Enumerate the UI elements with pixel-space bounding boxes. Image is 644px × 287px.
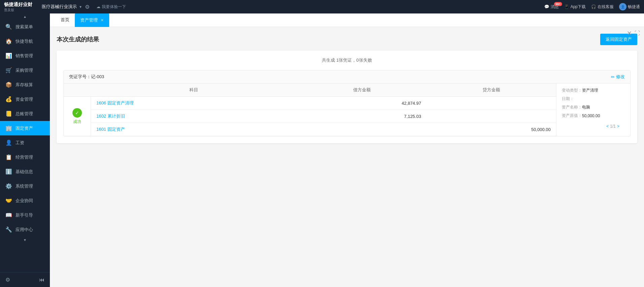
table-row: ✓ 成功 1606 固定资产清理 42,874.97: [64, 97, 556, 110]
sidebar: ▲ 🔍 搜索菜单 🏠 快捷导航 📊 销售管理 🛒 采购管理 📦 库存核算 💰 资…: [0, 13, 50, 287]
logo-sub: 普及版: [4, 8, 32, 12]
page-info: 1/1: [610, 124, 616, 129]
voucher-edit-button[interactable]: ✏ 修改: [611, 74, 625, 80]
sidebar-item-payroll[interactable]: 👤 工资: [0, 135, 50, 150]
pagination: < 1/1 >: [562, 121, 625, 131]
message-button[interactable]: 💬 消息 99+: [544, 4, 559, 10]
tab-asset-management[interactable]: 资产管理 ✕: [75, 13, 109, 27]
sidebar-item-fixed-assets[interactable]: 🏢 固定资产: [0, 121, 50, 135]
side-asset-value: 资产原值： 50,000.00: [562, 113, 625, 119]
service-label: 在线客服: [597, 4, 614, 10]
expand-window-button[interactable]: ⛶: [635, 30, 640, 37]
sidebar-item-label: 应用中心: [16, 227, 33, 233]
result-summary: 共生成 1张凭证，0张失败: [63, 57, 631, 63]
sidebar-item-label: 总账管理: [16, 111, 33, 117]
col-credit: 贷方金额: [427, 84, 556, 97]
main-layout: ▲ 🔍 搜索菜单 🏠 快捷导航 📊 销售管理 🛒 采购管理 📦 库存核算 💰 资…: [0, 13, 644, 287]
asset-name-label: 资产名称：: [562, 104, 582, 110]
avatar: 👤: [619, 3, 626, 10]
tab-home[interactable]: 首页: [55, 13, 75, 27]
sidebar-toggle-icon[interactable]: ⏮: [39, 277, 44, 283]
username: 畅捷通: [628, 4, 640, 10]
sidebar-item-label: 工资: [16, 140, 24, 146]
payroll-icon: 👤: [5, 139, 12, 146]
prev-page-button[interactable]: <: [606, 124, 609, 129]
company-selector[interactable]: 医疗器械行业演示 ▼: [42, 4, 82, 10]
date-label: 日期：: [562, 96, 582, 102]
col-subject: 科目: [91, 84, 297, 97]
sidebar-item-cooperation[interactable]: 🤝 企业协同: [0, 193, 50, 208]
sidebar-item-label: 系统管理: [16, 183, 33, 189]
mobile-icon: 📱: [564, 4, 569, 9]
customer-service-button[interactable]: 🎧 在线客服: [591, 4, 614, 10]
edit-icon: ✏: [611, 74, 615, 79]
sidebar-item-quick-nav[interactable]: 🏠 快捷导航: [0, 34, 50, 49]
settings-icon[interactable]: ⚙: [85, 4, 90, 10]
sidebar-item-guide[interactable]: 📖 新手引导: [0, 208, 50, 222]
trial-label: 我要体验一下: [102, 4, 126, 10]
search-icon: 🔍: [5, 24, 12, 30]
sidebar-item-inventory[interactable]: 📦 库存核算: [0, 77, 50, 92]
sidebar-item-label: 基础信息: [16, 169, 33, 175]
credit-cell: [427, 97, 556, 110]
sidebar-item-purchase[interactable]: 🛒 采购管理: [0, 63, 50, 77]
subject-cell: 1601 固定资产: [91, 123, 297, 136]
system-icon: ⚙️: [5, 183, 12, 189]
voucher-block: 凭证字号：记-003 ✏ 修改 科目: [63, 70, 631, 136]
sidebar-item-system[interactable]: ⚙️ 系统管理: [0, 179, 50, 193]
page-content: 本次生成的结果 返回固定资产 共生成 1张凭证，0张失败 凭证字号：记-003 …: [50, 27, 644, 287]
sidebar-bottom: ⚙ ⏮: [0, 272, 50, 287]
sidebar-item-operations[interactable]: 📋 经营管理: [0, 150, 50, 164]
tab-asset-label: 资产管理: [80, 17, 98, 23]
logo-main: 畅捷通好业财: [4, 1, 32, 7]
sidebar-item-label: 固定资产: [16, 125, 33, 131]
sidebar-item-ledger[interactable]: 📒 总账管理: [0, 106, 50, 121]
sidebar-item-basic-info[interactable]: ℹ️ 基础信息: [0, 164, 50, 179]
chevron-down-icon: ▼: [79, 5, 82, 9]
user-menu[interactable]: 👤 畅捷通: [619, 3, 640, 10]
sidebar-scroll-down[interactable]: ▼: [0, 237, 50, 243]
sales-icon: 📊: [5, 53, 12, 59]
asset-name-value: 电脑: [582, 104, 590, 110]
voucher-table: 科目 借方金额 贷方金额 ✓: [64, 84, 556, 136]
next-page-button[interactable]: >: [617, 124, 619, 129]
home-icon: 🏠: [5, 38, 12, 44]
message-icon: 💬: [544, 4, 549, 9]
sidebar-item-sales[interactable]: 📊 销售管理: [0, 49, 50, 63]
app-logo: 畅捷通好业财 普及版: [4, 1, 32, 12]
sidebar-item-label: 资金管理: [16, 96, 33, 102]
app-download-button[interactable]: 📱 App下载: [564, 4, 586, 10]
sidebar-item-finance[interactable]: 💰 资金管理: [0, 92, 50, 106]
col-status: [64, 84, 91, 97]
success-label: 成功: [73, 119, 81, 125]
sidebar-scroll-up[interactable]: ▲: [0, 13, 50, 20]
inventory-icon: 📦: [5, 82, 12, 88]
change-type-value: 资产清理: [582, 88, 598, 93]
col-debit: 借方金额: [297, 84, 426, 97]
top-bar: 畅捷通好业财 普及版 医疗器械行业演示 ▼ ⚙ ☁ 我要体验一下 💬 消息 99…: [0, 0, 644, 13]
debit-cell: 7,125.03: [297, 110, 426, 123]
voucher-header: 凭证字号：记-003 ✏ 修改: [64, 70, 630, 84]
sidebar-item-search[interactable]: 🔍 搜索菜单: [0, 20, 50, 34]
asset-value-label: 资产原值：: [562, 113, 582, 119]
purchase-icon: 🛒: [5, 67, 12, 73]
edit-label: 修改: [616, 74, 625, 80]
sidebar-item-app-center[interactable]: 🔧 应用中心: [0, 222, 50, 237]
trial-button[interactable]: ☁ 我要体验一下: [96, 4, 126, 10]
sidebar-gear-icon[interactable]: ⚙: [5, 277, 10, 283]
status-cell: ✓ 成功: [69, 108, 85, 125]
top-bar-right: 💬 消息 99+ 📱 App下载 🎧 在线客服 👤 畅捷通: [544, 3, 640, 10]
close-window-button[interactable]: ✕: [627, 30, 632, 37]
company-name: 医疗器械行业演示: [42, 4, 77, 10]
table-header-row: 科目 借方金额 贷方金额: [64, 84, 556, 97]
voucher-side-panel: 变动类型： 资产清理 日期： 资产名称： 电脑: [556, 84, 630, 136]
debit-cell: 42,874.97: [297, 97, 426, 110]
sidebar-item-label: 销售管理: [16, 53, 33, 59]
headset-icon: 🎧: [591, 4, 596, 9]
page-header: 本次生成的结果 返回固定资产: [57, 34, 637, 45]
result-card: 共生成 1张凭证，0张失败 凭证字号：记-003 ✏ 修改: [57, 51, 637, 143]
cooperation-icon: 🤝: [5, 197, 12, 204]
subject-cell: 1606 固定资产清理: [91, 97, 297, 110]
side-asset-name: 资产名称： 电脑: [562, 104, 625, 110]
tab-close-icon[interactable]: ✕: [100, 18, 104, 23]
